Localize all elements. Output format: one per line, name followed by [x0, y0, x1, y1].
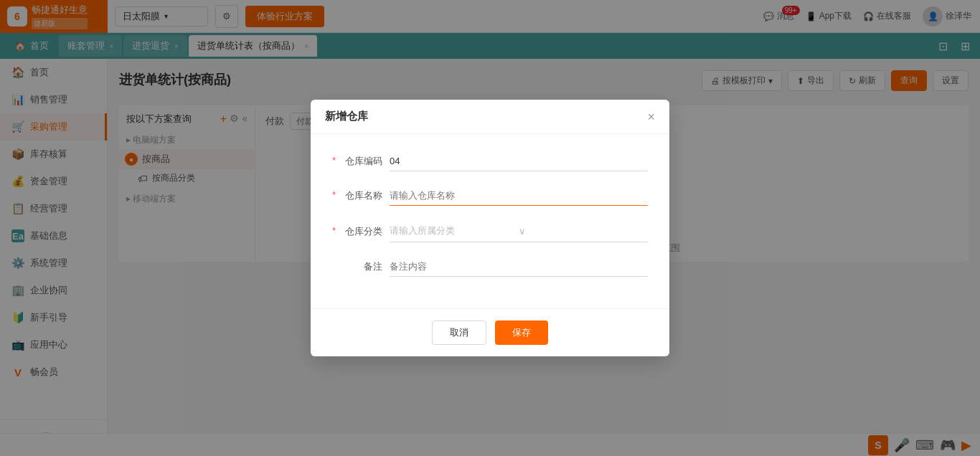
form-label-remark: 备注 — [332, 260, 390, 273]
dialog-body: 仓库编码 仓库名称 仓库分类 请输入所属分类 ∨ 备注 — [311, 134, 669, 308]
new-warehouse-dialog: 新增仓库 × 仓库编码 仓库名称 仓库分类 请输入所属分类 ∨ — [311, 100, 669, 356]
dialog-overlay: 新增仓库 × 仓库编码 仓库名称 仓库分类 请输入所属分类 ∨ — [0, 0, 980, 456]
form-label-category: 仓库分类 — [332, 225, 390, 238]
warehouse-name-input[interactable] — [390, 186, 648, 206]
warehouse-code-input[interactable] — [390, 151, 648, 171]
cancel-button[interactable]: 取消 — [432, 320, 486, 345]
chevron-down-icon: ∨ — [519, 226, 648, 237]
form-row-remark: 备注 — [332, 257, 648, 277]
form-label-code: 仓库编码 — [332, 155, 390, 168]
form-row-category: 仓库分类 请输入所属分类 ∨ — [332, 220, 648, 242]
dialog-title: 新增仓库 — [325, 110, 368, 123]
warehouse-category-select[interactable]: 请输入所属分类 ∨ — [390, 220, 648, 242]
dialog-footer: 取消 保存 — [311, 308, 669, 356]
form-label-name: 仓库名称 — [332, 189, 390, 202]
save-button[interactable]: 保存 — [495, 320, 548, 345]
dialog-close-button[interactable]: × — [647, 110, 655, 123]
dialog-header: 新增仓库 × — [311, 100, 669, 134]
remark-input[interactable] — [390, 257, 648, 277]
form-row-code: 仓库编码 — [332, 151, 648, 171]
form-row-name: 仓库名称 — [332, 186, 648, 206]
